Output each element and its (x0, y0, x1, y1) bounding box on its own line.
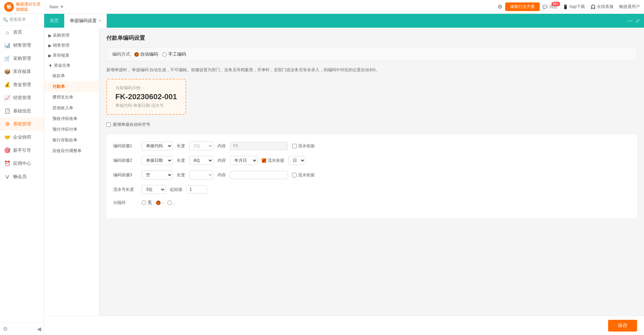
online-service-button[interactable]: 🎧 在线客服 (590, 4, 614, 10)
serial-check-2[interactable]: 流水依据 (262, 158, 284, 164)
inventory-group-arrow-icon: ▶ (48, 53, 51, 58)
example-box: 当前编码示例： FK-20230602-001 单据代码-单据日期-流水号 (106, 79, 186, 115)
encoding-method-section: 编码方式 自动编码 手工编码 (106, 47, 637, 61)
dropdown-arrow-icon[interactable]: ▼ (60, 4, 64, 9)
serial-period-select[interactable]: 日 月 年 (288, 156, 306, 165)
sub-group-purchase-title[interactable]: ▶ 采购管理 (44, 30, 99, 40)
sidebar-item-guide[interactable]: 🎯 新手引导 (0, 144, 44, 157)
guide-icon: 🎯 (4, 147, 10, 153)
sidebar-item-basic[interactable]: 📋 基础信息 (0, 104, 44, 118)
home-icon: ⌂ (4, 29, 10, 35)
save-button[interactable]: 保存 (608, 320, 637, 332)
logo: 畅 畅捷通好生意 旗舰版 (4, 2, 41, 12)
logo-icon: 畅 (4, 2, 14, 12)
tab-encoding-settings[interactable]: 单据编码设置 × (64, 14, 107, 28)
settings-icon[interactable]: ⚙ (498, 3, 502, 10)
prefix-select-3[interactable]: 空 单据代码 单据日期 (142, 170, 173, 179)
sidebar-item-system[interactable]: ⚙ 系统管理 (0, 118, 44, 131)
sidebar-item-appcenter[interactable]: ⏰ 应用中心 (0, 157, 44, 170)
length-label-3: 长度 (177, 172, 185, 178)
content-area: ▶ 采购管理 ▶ 销售管理 ▶ 库存核算 (44, 28, 644, 316)
app-download-button[interactable]: 📱 App下载 (563, 4, 585, 10)
finance-icon: 💰 (4, 82, 10, 88)
sub-item-prepay-offset[interactable]: 预收冲应收单 (44, 113, 99, 124)
enterprise-icon: 🤝 (4, 134, 10, 140)
serial-length-select[interactable]: 3位 4位 5位 6位 (142, 185, 166, 194)
sidebar-menu: ⌂ 首页 📊 销售管理 🛒 采购管理 📦 库存核算 💰 资金管理 📈 经营 (0, 26, 44, 323)
example-desc: 单据代码-单据日期-流水号 (115, 103, 177, 109)
separator-dot-radio[interactable]: . (167, 200, 175, 205)
bottom-settings-icon[interactable]: ⚙ (3, 326, 8, 332)
appcenter-icon: ⏰ (4, 160, 10, 167)
page-title: 付款单编码设置 (106, 35, 637, 42)
sidebar-item-vip[interactable]: V 畅会员 (0, 170, 44, 183)
example-label: 当前编码示例： (115, 85, 177, 91)
inventory-icon: 📦 (4, 68, 10, 75)
sub-item-payment[interactable]: 付款单 (44, 81, 99, 92)
message-button[interactable]: 💬 消息 99+ (542, 4, 557, 10)
sidebar-item-inventory[interactable]: 📦 库存核算 (0, 65, 44, 78)
prefix-select-1[interactable]: 单据代码 无 (142, 141, 173, 150)
main-layout: 🔍 搜索菜单 ⌂ 首页 📊 销售管理 🛒 采购管理 📦 库存核算 💰 资 (0, 14, 644, 335)
sub-group-inventory-title[interactable]: ▶ 库存核算 (44, 50, 99, 61)
sub-item-adjustment[interactable]: 应收应付调整单 (44, 146, 99, 156)
sub-group-inventory: ▶ 库存核算 (44, 50, 99, 61)
serial-check-1[interactable]: 流水依据 (292, 143, 315, 149)
fund-group-arrow-icon: ▼ (48, 63, 52, 68)
promo-button[interactable]: 体验行业方案 (505, 2, 540, 11)
search-menu[interactable]: 🔍 搜索菜单 (0, 14, 44, 26)
auto-fill-checkbox[interactable] (106, 122, 111, 127)
sidebar-item-purchase[interactable]: 🛒 采购管理 (0, 52, 44, 65)
minimize-icon[interactable]: — (627, 18, 633, 24)
prefix-label-1: 编码前缀1 (113, 143, 137, 149)
separator-dash-radio[interactable]: - (156, 200, 163, 205)
sidebar-item-operations[interactable]: 📈 经营管理 (0, 91, 44, 104)
separator-label: 分隔符 (113, 200, 137, 206)
content-input-3[interactable] (230, 171, 288, 179)
sub-item-other-income[interactable]: 其他收入单 (44, 103, 99, 113)
sub-item-receipt[interactable]: 收款单 (44, 71, 99, 81)
message-badge: 99+ (551, 2, 560, 6)
serial-check-3[interactable]: 流水依据 (292, 172, 315, 178)
prefix-row-2: 编码前缀2 单据日期 无 长度 8位 内容 年月日 年月 (113, 156, 630, 165)
sidebar-item-enterprise[interactable]: 🤝 企业协同 (0, 131, 44, 144)
length-select-2[interactable]: 8位 (189, 156, 213, 165)
start-value-input[interactable] (186, 185, 207, 194)
auto-fill-label: 新增单据自动补空号 (113, 122, 150, 128)
length-select-1[interactable]: 2位 (189, 141, 213, 150)
auto-fill-row: 新增单据自动补空号 (106, 122, 637, 128)
collapse-icon[interactable]: ◀ (37, 326, 41, 332)
sub-group-sales-title[interactable]: ▶ 销售管理 (44, 40, 99, 50)
basic-icon: 📋 (4, 108, 10, 114)
sidebar-item-sales[interactable]: 📊 销售管理 (0, 39, 44, 52)
main-content: 付款单编码设置 编码方式 自动编码 手工编码 新增单据时，'单据编码'自动生成，… (99, 28, 644, 316)
tab-bar-right: — ⤢ (627, 18, 644, 24)
sidebar-item-finance[interactable]: 💰 资金管理 (0, 78, 44, 91)
content-label-3: 内容 (218, 172, 226, 178)
service-icon: 🎧 (590, 4, 596, 9)
length-select-3[interactable] (189, 170, 213, 179)
breadcrumb: Nare (49, 4, 58, 9)
vip-icon: V (4, 174, 10, 180)
sidebar-item-home[interactable]: ⌂ 首页 (0, 26, 44, 39)
user-info[interactable]: 畅捷通用户 (619, 4, 640, 10)
sales-icon: 📊 (4, 42, 10, 48)
tab-close-icon[interactable]: × (99, 18, 101, 23)
search-icon: 🔍 (3, 17, 8, 22)
auto-encoding-radio[interactable]: 自动编码 (134, 51, 158, 57)
tab-home[interactable]: 首页 (44, 14, 64, 28)
encoding-method-label: 编码方式 (112, 51, 130, 57)
prefix-select-2[interactable]: 单据日期 无 (142, 156, 173, 165)
maximize-icon[interactable]: ⤢ (635, 18, 640, 24)
manual-encoding-radio[interactable]: 手工编码 (162, 51, 186, 57)
sub-group-fund-title[interactable]: ▼ 资金往来 (44, 61, 99, 71)
sub-item-expense[interactable]: 费用支出单 (44, 92, 99, 103)
sub-item-advance-offset[interactable]: 预付冲应付单 (44, 124, 99, 135)
topbar-right: 💬 消息 99+ 📱 App下载 🎧 在线客服 畅捷通用户 (542, 4, 640, 10)
content-select-2[interactable]: 年月日 年月 年 (230, 156, 258, 165)
sub-item-bank[interactable]: 银行存取款单 (44, 135, 99, 146)
content-label-1: 内容 (218, 143, 226, 149)
separator-none-radio[interactable]: 无 (142, 199, 152, 206)
example-code: FK-20230602-001 (115, 92, 177, 101)
info-text: 新增单据时，'单据编码'自动生成，不可编辑。前缀设置为部门、业务员等档案类，开单… (106, 67, 637, 73)
